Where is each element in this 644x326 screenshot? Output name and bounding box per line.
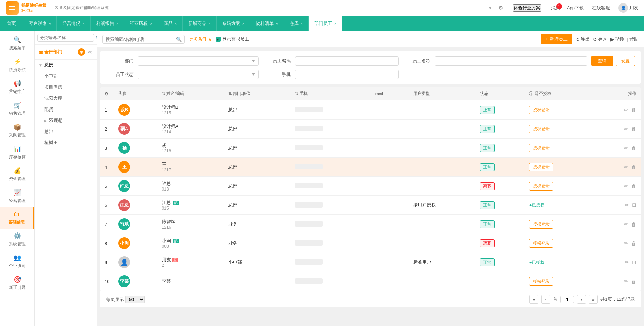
tab-operations[interactable]: 经营情况 × xyxy=(57,16,90,31)
tree-node-project-room[interactable]: 项目库房 xyxy=(35,82,97,93)
sidebar-item-marketing[interactable]: 📢 营销推广 xyxy=(0,76,34,98)
edit-icon[interactable]: ✏ xyxy=(624,183,628,189)
emp-name-input[interactable] xyxy=(435,56,587,66)
close-icon[interactable]: × xyxy=(175,21,177,26)
copy-icon[interactable]: ⊡ xyxy=(632,259,636,265)
tab-warehouse[interactable]: 仓库 × xyxy=(284,16,309,31)
gear-icon[interactable]: ⚙ xyxy=(498,5,503,11)
delete-icon[interactable]: 🗑 xyxy=(631,107,636,113)
sidebar-item-finance[interactable]: 💰 资金管理 xyxy=(0,164,34,185)
close-icon[interactable]: × xyxy=(49,21,51,26)
auth-btn[interactable]: 授权登录 xyxy=(529,163,553,171)
close-icon[interactable]: × xyxy=(208,21,210,26)
tree-node-small-elec[interactable]: 小电部 xyxy=(35,71,97,82)
search-input[interactable] xyxy=(106,37,175,42)
sidebar-item-inventory[interactable]: 📊 库存核算 xyxy=(0,142,34,164)
edit-icon[interactable]: ✏ xyxy=(624,240,628,246)
user-menu[interactable]: 👤 用友 xyxy=(618,3,638,13)
close-icon[interactable]: × xyxy=(301,21,303,26)
tab-customer[interactable]: 客户联络 × xyxy=(23,16,57,31)
sidebar-item-sales[interactable]: 🛒 销售管理 xyxy=(0,98,34,120)
close-icon[interactable]: × xyxy=(116,21,118,26)
auth-btn[interactable]: 授权登录 xyxy=(529,220,553,229)
sidebar-item-collab[interactable]: 👥 企业协同 xyxy=(0,250,34,272)
delete-icon[interactable]: 🗑 xyxy=(631,279,636,284)
per-page-select[interactable]: 50 100 xyxy=(125,296,145,303)
close-icon[interactable]: × xyxy=(276,21,278,26)
sidebar-item-guide[interactable]: 🎯 新手引导 xyxy=(0,272,34,294)
collapse-icon[interactable]: ≪ xyxy=(87,49,92,55)
sidebar-item-management[interactable]: 📈 经营管理 xyxy=(0,185,34,207)
settings-icon[interactable]: ⚙ xyxy=(105,91,108,96)
experience-btn[interactable]: 体验行业方案 xyxy=(513,4,541,12)
auth-btn[interactable]: 授权登录 xyxy=(529,106,553,114)
last-page-btn[interactable]: » xyxy=(589,295,598,304)
prev-page-btn[interactable]: ‹ xyxy=(541,295,550,304)
search-submit-icon[interactable]: 🔍 xyxy=(176,37,182,42)
edit-icon[interactable]: ✏ xyxy=(625,259,629,265)
message-icon-wrap[interactable]: 消息 5 xyxy=(551,5,560,11)
close-icon[interactable]: × xyxy=(334,21,336,26)
close-icon[interactable]: × xyxy=(150,21,152,26)
emp-code-input[interactable] xyxy=(295,56,399,66)
auth-btn[interactable]: 授权登录 xyxy=(529,125,553,133)
delete-icon[interactable]: 🗑 xyxy=(631,145,636,151)
delete-icon[interactable]: 🗑 xyxy=(631,164,636,170)
view-btn[interactable]: ▶ 视频 xyxy=(610,36,624,42)
copy-icon[interactable]: ⊡ xyxy=(632,202,636,208)
tab-goods[interactable]: 商品 × xyxy=(158,16,183,31)
show-resigned-toggle[interactable]: ✓ 显示离职员工 xyxy=(216,36,249,42)
edit-icon[interactable]: ✏ xyxy=(624,164,628,170)
auth-btn[interactable]: 授权登录 xyxy=(529,182,553,191)
phone-input[interactable] xyxy=(295,70,399,79)
delete-icon[interactable]: 🗑 xyxy=(631,126,636,132)
sort-icon[interactable]: ⇅ xyxy=(228,91,232,96)
delete-icon[interactable]: 🗑 xyxy=(631,183,636,189)
emp-status-select[interactable] xyxy=(138,70,259,79)
dropdown-arrow-icon[interactable]: ▾ xyxy=(489,5,491,11)
close-icon[interactable]: × xyxy=(82,21,84,26)
edit-icon[interactable]: ✏ xyxy=(624,278,628,284)
page-input[interactable] xyxy=(560,296,574,303)
delete-icon[interactable]: 🗑 xyxy=(631,240,636,246)
tab-add-goods[interactable]: 新增商品 × xyxy=(183,16,216,31)
next-page-btn[interactable]: › xyxy=(577,295,586,304)
close-icon[interactable]: × xyxy=(242,21,244,26)
tree-add-icon[interactable]: ⊕ xyxy=(78,48,85,56)
help-btn[interactable]: | 帮助 xyxy=(627,36,638,42)
app-download-btn[interactable]: App下载 xyxy=(567,5,584,11)
sort-icon[interactable]: ⇅ xyxy=(295,91,298,96)
tab-home[interactable]: 首页 xyxy=(0,16,23,31)
tree-node-shuanglu[interactable]: ▶ 双鹿想 xyxy=(35,115,97,126)
edit-icon[interactable]: ✏ xyxy=(624,145,628,151)
export-btn[interactable]: ↻ 导出 xyxy=(576,36,590,42)
tree-node-zhishu[interactable]: 植树王二 xyxy=(35,137,97,148)
edit-icon[interactable]: ✏ xyxy=(624,221,628,227)
add-employee-btn[interactable]: + 新增员工 xyxy=(541,34,572,44)
first-page-btn[interactable]: « xyxy=(529,295,538,304)
tab-department[interactable]: 部门员工 × xyxy=(309,16,342,31)
auth-btn[interactable]: 授权登录 xyxy=(529,239,553,248)
sidebar-item-system[interactable]: ⚙️ 系统管理 xyxy=(0,229,34,250)
tree-node-headquarter[interactable]: 总部 xyxy=(35,126,97,137)
category-search-input[interactable] xyxy=(37,34,94,42)
edit-icon[interactable]: ✏ xyxy=(624,126,628,132)
online-service-btn[interactable]: 在线客服 xyxy=(592,5,610,11)
import-btn[interactable]: ↺ 导入 xyxy=(593,36,607,42)
edit-icon[interactable]: ✏ xyxy=(625,202,629,208)
sort-icon[interactable]: ⇅ xyxy=(162,91,165,96)
sidebar-item-purchase[interactable]: 📦 采购管理 xyxy=(0,120,34,142)
tab-barcode[interactable]: 条码方案 × xyxy=(217,16,250,31)
delete-icon[interactable]: 🗑 xyxy=(631,221,636,227)
more-conditions-btn[interactable]: 更多条件 ∧ xyxy=(189,36,212,42)
auth-btn[interactable]: 授权登录 xyxy=(529,277,553,286)
tree-node-distribution[interactable]: 配货 xyxy=(35,104,97,115)
auth-btn[interactable]: 授权登录 xyxy=(529,144,553,152)
sidebar-item-basic-info[interactable]: 🗂 基础信息 xyxy=(0,207,34,229)
tree-node-shenyang[interactable]: 沈阳大库 xyxy=(35,93,97,104)
setting-btn[interactable]: 设置 xyxy=(616,56,635,66)
tab-profit[interactable]: 利润报告 × xyxy=(91,16,124,31)
dept-select[interactable] xyxy=(138,56,259,66)
tab-history[interactable]: 经营历程 × xyxy=(124,16,158,31)
query-btn[interactable]: 查询 xyxy=(591,56,613,66)
